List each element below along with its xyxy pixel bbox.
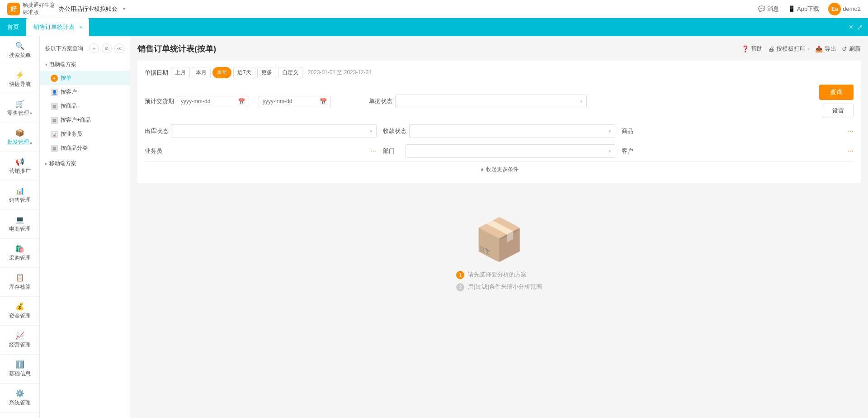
department-label: 部门	[383, 147, 403, 155]
payment-status-select[interactable]: ▾	[409, 124, 615, 138]
print-dropdown-icon: ▾	[807, 47, 810, 52]
sidebar-item-ecommerce[interactable]: 💻 电商管理	[0, 210, 39, 239]
sidebar-item-inventory[interactable]: 📋 库存核算	[0, 268, 39, 297]
help-icon: ❓	[741, 45, 749, 52]
goods-more-btn[interactable]: ···	[848, 127, 854, 135]
message-btn[interactable]: 💬 消息	[758, 5, 779, 13]
app-download-btn[interactable]: 📱 App下载	[788, 5, 819, 13]
pc-group-title[interactable]: ▾ 电脑端方案	[40, 58, 130, 71]
user-profile[interactable]: Ea demo2	[828, 3, 861, 15]
date-btn-custom[interactable]: 自定义	[278, 67, 302, 78]
page-header: 销售订单统计表(按单) ❓ 帮助 🖨 按模板打印 ▾ 📤 导出	[137, 43, 861, 54]
sidebar-item-retail[interactable]: 🛒 零售管理 ▾	[0, 94, 39, 123]
quick-nav-icon: ⚡	[15, 71, 24, 79]
purchase-icon: 🛍️	[15, 244, 24, 253]
mobile-group-title[interactable]: ▸ 移动端方案	[40, 157, 130, 170]
date-btn-this-month[interactable]: 本月	[192, 67, 211, 78]
scheme-by-customer-goods[interactable]: ▦ 按客户+商品	[40, 113, 130, 127]
by-salesperson-icon: 📊	[51, 131, 58, 138]
date-btn-last-month[interactable]: 上月	[171, 67, 190, 78]
top-bar-dropdown[interactable]: ▾	[123, 6, 125, 11]
sidebar-item-cooperation[interactable]: 🤝 企业协同	[0, 413, 39, 418]
department-field: 部门 ▾	[383, 144, 615, 158]
left-panel-header: 按以下方案查询 + ⚙ ≪	[40, 41, 130, 56]
customer-label: 客户	[622, 147, 642, 155]
tab-close-btn[interactable]: ×	[79, 24, 82, 30]
scheme-by-category[interactable]: ▦ 按商品分类	[40, 141, 130, 155]
by-category-icon: ▦	[51, 145, 58, 152]
sidebar-item-system[interactable]: ⚙️ 系统管理	[0, 384, 39, 413]
query-actions: 查询 设置	[817, 85, 854, 118]
print-action[interactable]: 🖨 按模板打印 ▾	[768, 45, 810, 53]
sales-icon: 📊	[15, 186, 24, 195]
ecommerce-icon: 💻	[15, 215, 24, 224]
doc-status-select[interactable]: ▾	[395, 95, 587, 108]
pc-group-arrow: ▾	[45, 62, 47, 67]
date-btn-7days[interactable]: 近7天	[233, 67, 255, 78]
add-scheme-btn[interactable]: +	[89, 43, 99, 53]
content-area: 按以下方案查询 + ⚙ ≪ ▾ 电脑端方案 ● 按单 👤 按	[40, 36, 868, 418]
expected-date-to[interactable]: 📅	[259, 96, 331, 107]
tab-maximize[interactable]: ⤢	[857, 23, 863, 32]
collapse-panel-btn[interactable]: ≪	[114, 43, 124, 53]
download-icon: 📱	[788, 5, 795, 12]
calendar-to-icon: 📅	[320, 98, 327, 105]
sidebar-item-purchase[interactable]: 🛍️ 采购管理	[0, 239, 39, 268]
scheme-by-order[interactable]: ● 按单	[40, 71, 130, 85]
salesperson-label: 业务员	[145, 147, 165, 155]
customer-more-btn[interactable]: ···	[848, 147, 854, 155]
scheme-by-customer[interactable]: 👤 按客户	[40, 85, 130, 99]
shipping-status-select[interactable]: ▾	[171, 124, 377, 138]
empty-state: 📦 1 请先选择要分析的方案 2 用[过滤]条件来缩小分析范围	[137, 189, 861, 318]
sidebar-item-marketing[interactable]: 📢 营销推广	[0, 152, 39, 181]
sidebar-item-quick-nav[interactable]: ⚡ 快捷导航	[0, 65, 39, 94]
customer-field: 客户 ···	[622, 147, 854, 155]
sidebar-item-operations[interactable]: 📈 经营管理	[0, 326, 39, 355]
empty-tip-2: 2 用[过滤]条件来缩小分析范围	[456, 283, 542, 291]
collapse-bar[interactable]: ∧ 收起更多条件	[145, 162, 854, 177]
expected-date-from-input[interactable]	[181, 98, 236, 104]
settings-scheme-btn[interactable]: ⚙	[102, 43, 112, 53]
retail-arrow: ▾	[30, 111, 32, 116]
expected-date-to-input[interactable]	[263, 98, 318, 104]
sidebar-item-finance[interactable]: 💰 资金管理	[0, 297, 39, 326]
wholesale-icon: 📦	[15, 128, 24, 137]
salesperson-more-btn[interactable]: ···	[371, 147, 377, 155]
export-action[interactable]: 📤 导出	[815, 45, 836, 53]
sidebar-item-basic-info[interactable]: ℹ️ 基础信息	[0, 355, 39, 384]
doc-status-label: 单据状态	[369, 97, 392, 105]
tab-home[interactable]: 首页	[0, 18, 26, 36]
sidebar-item-wholesale[interactable]: 📦 批发管理 ▴	[0, 123, 39, 152]
date-separator: —	[251, 98, 257, 105]
top-bar-left: 好 畅捷通好生意 标准版 办公用品行业模拟账套 ▾	[7, 2, 125, 16]
system-icon: ⚙️	[15, 389, 24, 398]
page-title: 销售订单统计表(按单)	[137, 43, 216, 54]
collapse-arrow-icon: ∧	[480, 166, 484, 173]
tab-active[interactable]: 销售订单统计表 ×	[26, 18, 89, 36]
department-select[interactable]: ▾	[406, 144, 615, 158]
date-btn-this-year[interactable]: 本年	[212, 67, 231, 78]
empty-tip-1: 1 请先选择要分析的方案	[456, 271, 542, 279]
date-btn-more[interactable]: 更多	[257, 67, 276, 78]
help-action[interactable]: ❓ 帮助	[741, 45, 763, 53]
settings-button[interactable]: 设置	[823, 104, 854, 118]
mobile-group-arrow: ▸	[45, 161, 47, 166]
logo-text: 畅捷通好生意 标准版	[23, 2, 55, 16]
mobile-group-label: 移动端方案	[49, 160, 76, 167]
export-icon: 📤	[815, 45, 823, 52]
sidebar-item-sales[interactable]: 📊 销售管理	[0, 181, 39, 210]
refresh-action[interactable]: ↺ 刷新	[842, 45, 861, 53]
empty-illustration: 📦	[474, 216, 524, 263]
logo-area: 好 畅捷通好生意 标准版	[7, 2, 55, 16]
sidebar-item-search-menu[interactable]: 🔍 搜索菜单	[0, 36, 39, 65]
date-range-display: 2023-01-01 至 2023-12-31	[308, 69, 372, 76]
tip-num-2: 2	[456, 283, 464, 291]
scheme-by-goods[interactable]: ▦ 按商品	[40, 99, 130, 113]
print-icon: 🖨	[768, 45, 774, 52]
query-button[interactable]: 查询	[819, 85, 854, 100]
expected-date-from[interactable]: 📅	[177, 96, 249, 107]
tab-close-window[interactable]: ×	[849, 23, 853, 31]
scheme-by-salesperson[interactable]: 📊 按业务员	[40, 127, 130, 141]
mobile-scheme-group: ▸ 移动端方案	[40, 157, 130, 170]
goods-label: 商品	[622, 127, 642, 135]
